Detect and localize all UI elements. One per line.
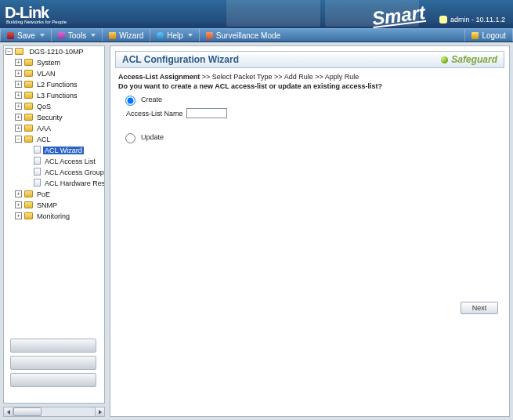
tree-toggle[interactable]	[15, 136, 22, 143]
tree-hscroll[interactable]	[3, 407, 105, 417]
tools-menu[interactable]: Tools	[52, 29, 102, 42]
page-icon	[34, 157, 41, 165]
safeguard-text: Safeguard	[451, 54, 497, 65]
access-list-name-input[interactable]	[186, 108, 227, 118]
tree-toggle[interactable]	[15, 70, 22, 77]
tree-toggle[interactable]	[15, 59, 22, 66]
page-icon	[34, 168, 41, 176]
logout-button[interactable]: Logout	[465, 29, 512, 42]
tree-toggle[interactable]	[15, 212, 22, 219]
tree-item[interactable]: PoE	[35, 190, 52, 198]
create-radio[interactable]	[125, 96, 135, 106]
main-toolbar: Save Tools Wizard Help Surveillance Mode…	[0, 28, 513, 42]
folder-icon	[24, 103, 33, 110]
tree-toggle[interactable]	[15, 92, 22, 99]
top-banner: D-Link Building Networks for People Smar…	[0, 0, 513, 28]
help-menu[interactable]: Help	[150, 29, 199, 42]
tree-toggle[interactable]	[15, 201, 22, 208]
tree-item[interactable]: SNMP	[35, 201, 59, 209]
brand-tagline: Building Networks for People	[6, 20, 67, 24]
tools-label: Tools	[68, 31, 86, 40]
folder-icon	[24, 70, 33, 77]
access-list-name-label: Access-List Name	[126, 110, 183, 118]
tree-item[interactable]: ACL Access Group	[43, 168, 105, 176]
tree-item[interactable]: AAA	[35, 125, 52, 132]
wizard-icon	[109, 32, 116, 39]
page-icon	[34, 179, 41, 186]
wizard-breadcrumb: Access-List Assignment >> Select Packet …	[118, 73, 501, 81]
help-icon	[157, 32, 164, 39]
user-text: admin - 10.11.1.2	[450, 16, 505, 24]
scroll-thumb[interactable]	[13, 407, 42, 416]
folder-icon	[24, 190, 33, 197]
logout-icon	[471, 32, 479, 39]
tree-item[interactable]: QoS	[35, 103, 52, 110]
chevron-left-icon	[7, 410, 10, 415]
tree-item[interactable]: ACL	[35, 136, 52, 143]
tree-item[interactable]: ACL Access List	[43, 158, 97, 165]
tree-toggle[interactable]	[15, 190, 22, 197]
tree-item[interactable]: VLAN	[35, 70, 57, 78]
create-label: Create	[141, 96, 162, 103]
update-radio[interactable]	[125, 133, 135, 143]
chevron-down-icon	[188, 34, 193, 37]
chevron-down-icon	[91, 34, 96, 37]
save-menu[interactable]: Save	[1, 29, 51, 42]
tree-root[interactable]: DGS-1210-10MP	[28, 48, 85, 56]
avatar-icon	[439, 16, 447, 24]
tree-item[interactable]: ACL Wizard	[43, 147, 84, 154]
save-label: Save	[17, 31, 35, 40]
save-icon	[7, 32, 14, 39]
device-image	[10, 335, 96, 387]
folder-icon	[24, 212, 33, 219]
tree-item[interactable]: Monitoring	[35, 212, 71, 220]
tree-toggle[interactable]	[5, 48, 13, 55]
nav-tree[interactable]: DGS-1210-10MP SystemVLANL2 FunctionsL3 F…	[3, 45, 105, 404]
safeguard-icon	[441, 56, 448, 63]
brand-block: D-Link Building Networks for People	[5, 1, 49, 24]
folder-icon	[24, 201, 33, 208]
chevron-down-icon	[40, 34, 45, 37]
folder-icon	[24, 114, 33, 121]
chevron-right-icon	[99, 410, 102, 415]
tools-icon	[58, 32, 65, 39]
folder-icon	[24, 81, 33, 88]
folder-icon	[24, 136, 33, 143]
tree-toggle[interactable]	[15, 81, 22, 88]
scroll-left-button[interactable]	[4, 407, 13, 416]
tree-item[interactable]: ACL Hardware Resource Status	[43, 179, 105, 187]
main-panel: ACL Configuration Wizard Safeguard Acces…	[110, 45, 510, 417]
safeguard-badge: Safeguard	[441, 54, 497, 65]
wizard-button[interactable]: Wizard	[103, 29, 150, 42]
folder-icon	[15, 48, 23, 55]
page-icon	[34, 146, 41, 154]
scroll-track[interactable]	[13, 407, 95, 416]
surveillance-label: Surveillance Mode	[216, 31, 280, 40]
tree-item[interactable]: L3 Functions	[35, 92, 79, 100]
update-label: Update	[141, 133, 164, 141]
wizard-label: Wizard	[119, 31, 143, 40]
folder-icon	[24, 92, 33, 99]
page-header: ACL Configuration Wizard Safeguard	[115, 51, 504, 68]
folder-icon	[24, 125, 33, 132]
bc-current: Access-List Assignment	[118, 73, 200, 81]
tree-toggle[interactable]	[15, 114, 22, 121]
page-title: ACL Configuration Wizard	[122, 54, 239, 65]
wizard-prompt: Do you want to create a new ACL access-l…	[118, 82, 501, 90]
logout-label: Logout	[482, 31, 506, 40]
scroll-right-button[interactable]	[95, 407, 104, 416]
tree-item[interactable]: System	[35, 59, 62, 67]
help-label: Help	[167, 31, 183, 40]
surveillance-mode-button[interactable]: Surveillance Mode	[200, 29, 287, 42]
surveillance-icon	[206, 32, 213, 39]
tree-item[interactable]: Security	[35, 114, 64, 121]
tree-toggle[interactable]	[15, 125, 22, 132]
next-button[interactable]: Next	[461, 302, 498, 314]
tree-toggle[interactable]	[15, 103, 22, 110]
folder-icon	[24, 59, 33, 66]
tree-item[interactable]: L2 Functions	[35, 81, 79, 89]
user-info: admin - 10.11.1.2	[439, 16, 505, 24]
